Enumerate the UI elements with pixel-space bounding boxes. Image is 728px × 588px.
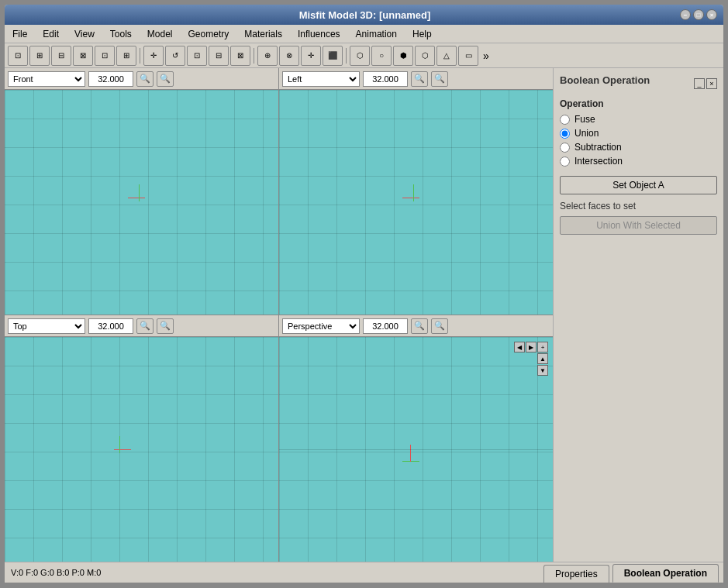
- menu-geometry[interactable]: Geometry: [184, 27, 234, 41]
- menu-model[interactable]: Model: [143, 27, 178, 41]
- toolbar-separator-1: [140, 48, 140, 64]
- toolbar: ⊡ ⊞ ⊟ ⊠ ⊡ ⊞ ✛ ↺ ⊡ ⊟ ⊠ ⊕ ⊗ ✛ ⬛ ⬡ ○ ⬢ ⬡ △ …: [5, 43, 723, 68]
- viewport-left-zoom-out[interactable]: 🔍: [431, 71, 448, 87]
- menu-help[interactable]: Help: [408, 27, 436, 41]
- minimize-button[interactable]: −: [680, 9, 691, 20]
- menu-edit[interactable]: Edit: [38, 27, 64, 41]
- radio-fuse[interactable]: Fuse: [560, 114, 717, 125]
- viewport-top-zoom[interactable]: [88, 318, 133, 334]
- viewport-left-header: Left Front Back Right Top Bottom Perspec…: [279, 68, 553, 90]
- tool-torus[interactable]: ⬡: [415, 46, 435, 66]
- menu-file[interactable]: File: [8, 27, 32, 41]
- tool-paint[interactable]: ⬛: [323, 46, 343, 66]
- title-bar: Misfit Model 3D: [unnamed] − □ ×: [5, 5, 723, 25]
- radio-fuse-label: Fuse: [574, 114, 595, 125]
- radio-union-label: Union: [574, 128, 599, 139]
- viewport-front-zoom-in[interactable]: 🔍: [136, 71, 154, 87]
- radio-intersection[interactable]: Intersection: [560, 156, 717, 167]
- viewport-top-select[interactable]: Top Front Back Left Right Bottom Perspec…: [8, 318, 85, 334]
- viewport-perspective: Perspective Front Back Left Right Top Bo…: [279, 315, 553, 562]
- tool-cone[interactable]: △: [436, 46, 457, 66]
- operation-radio-group: Fuse Union Subtraction Intersection: [560, 114, 717, 167]
- toolbar-more[interactable]: »: [483, 50, 489, 62]
- menu-animation[interactable]: Animation: [351, 27, 402, 41]
- axis-v-top: [119, 436, 120, 453]
- viewport-perspective-zoom-out[interactable]: 🔍: [431, 318, 448, 334]
- viewport-top-zoom-out[interactable]: 🔍: [157, 318, 174, 334]
- radio-subtraction-input[interactable]: [560, 143, 570, 153]
- menu-influences[interactable]: Influences: [293, 27, 345, 41]
- status-text: V:0 F:0 G:0 B:0 P:0 M:0: [11, 568, 101, 577]
- viewport-left-zoom[interactable]: [363, 71, 408, 87]
- viewport-perspective-zoom-in[interactable]: 🔍: [411, 318, 428, 334]
- panel-minimize-btn[interactable]: _: [694, 78, 705, 89]
- radio-subtraction-label: Subtraction: [574, 142, 622, 153]
- tool-cylinder[interactable]: ⬢: [393, 46, 413, 66]
- radio-intersection-input[interactable]: [560, 156, 570, 167]
- nav-down[interactable]: ▼: [537, 365, 548, 376]
- tool-rotate[interactable]: ↺: [165, 46, 185, 66]
- menu-bar: File Edit View Tools Model Geometry Mate…: [5, 25, 723, 43]
- viewport-front-grid: [5, 90, 278, 315]
- tool-select-all[interactable]: ⊞: [116, 46, 136, 66]
- viewport-top-header: Top Front Back Left Right Bottom Perspec…: [5, 315, 278, 337]
- tool-select-face[interactable]: ⊞: [29, 46, 50, 66]
- tab-properties[interactable]: Properties: [543, 565, 609, 583]
- tool-move[interactable]: ✛: [143, 46, 164, 66]
- side-panel: Boolean Operation _ × Operation Fuse Uni…: [553, 68, 723, 562]
- axis-h-left: [402, 198, 419, 198]
- tool-extrude[interactable]: ⊟: [209, 46, 229, 66]
- viewport-front-canvas[interactable]: [5, 90, 278, 315]
- viewport-top: Top Front Back Left Right Bottom Perspec…: [5, 315, 278, 562]
- tool-scale[interactable]: ⊡: [187, 46, 207, 66]
- maximize-button[interactable]: □: [693, 9, 704, 20]
- set-object-a-button[interactable]: Set Object A: [560, 176, 717, 194]
- tool-add-face[interactable]: ⊗: [279, 46, 299, 66]
- viewport-left-select[interactable]: Left Front Back Right Top Bottom Perspec…: [282, 71, 360, 87]
- tool-select-vertex[interactable]: ⊡: [8, 46, 28, 66]
- viewport-top-canvas[interactable]: [5, 337, 278, 562]
- menu-view[interactable]: View: [70, 27, 99, 41]
- viewport-top-zoom-in[interactable]: 🔍: [136, 318, 154, 334]
- viewport-front-select[interactable]: Front Back Left Right Top Bottom Perspec…: [8, 71, 85, 87]
- axis-h: [128, 198, 145, 198]
- viewport-perspective-select[interactable]: Perspective Front Back Left Right Top Bo…: [282, 318, 360, 334]
- tool-plane[interactable]: ▭: [458, 46, 478, 66]
- radio-fuse-input[interactable]: [560, 115, 570, 125]
- viewport-left: Left Front Back Right Top Bottom Perspec…: [279, 68, 553, 315]
- viewport-top-grid: [5, 337, 278, 562]
- tool-drag[interactable]: ⊠: [230, 46, 250, 66]
- viewport-front: Front Back Left Right Top Bottom Perspec…: [5, 68, 278, 315]
- radio-subtraction[interactable]: Subtraction: [560, 142, 717, 153]
- tab-boolean-operation[interactable]: Boolean Operation: [612, 564, 719, 583]
- close-button[interactable]: ×: [706, 9, 717, 20]
- viewport-left-zoom-in[interactable]: 🔍: [411, 71, 428, 87]
- union-with-selected-button[interactable]: Union With Selected: [560, 216, 717, 235]
- viewport-perspective-canvas[interactable]: ◀ ▶ + ▲ ▼: [279, 337, 553, 562]
- tool-select-group[interactable]: ⊠: [73, 46, 93, 66]
- menu-tools[interactable]: Tools: [105, 27, 136, 41]
- tool-sphere[interactable]: ○: [371, 46, 392, 66]
- operation-label: Operation: [560, 98, 717, 109]
- tool-select-connected[interactable]: ⊡: [95, 46, 115, 66]
- nav-zoom-in[interactable]: +: [537, 342, 548, 352]
- tool-add-vertex[interactable]: ⊕: [257, 46, 278, 66]
- viewport-left-canvas[interactable]: [279, 90, 553, 315]
- bottom-area: V:0 F:0 G:0 B:0 P:0 M:0 Properties Boole…: [5, 562, 723, 583]
- tool-cube[interactable]: ⬡: [350, 46, 370, 66]
- panel-title: Boolean Operation: [560, 74, 650, 86]
- radio-union[interactable]: Union: [560, 128, 717, 139]
- select-faces-label: Select faces to set: [560, 201, 717, 211]
- nav-left[interactable]: ◀: [514, 342, 525, 352]
- panel-close-btn[interactable]: ×: [706, 78, 717, 89]
- viewport-front-zoom[interactable]: [88, 71, 133, 87]
- menu-materials[interactable]: Materials: [240, 27, 287, 41]
- tool-select-edge[interactable]: ⊟: [51, 46, 71, 66]
- viewport-front-zoom-out[interactable]: 🔍: [157, 71, 174, 87]
- tool-move-vertex[interactable]: ✛: [301, 46, 321, 66]
- viewport-perspective-zoom[interactable]: [363, 318, 408, 334]
- status-bar: V:0 F:0 G:0 B:0 P:0 M:0: [5, 562, 540, 583]
- nav-up[interactable]: ▲: [537, 353, 548, 364]
- radio-union-input[interactable]: [560, 129, 570, 139]
- nav-right[interactable]: ▶: [526, 342, 537, 352]
